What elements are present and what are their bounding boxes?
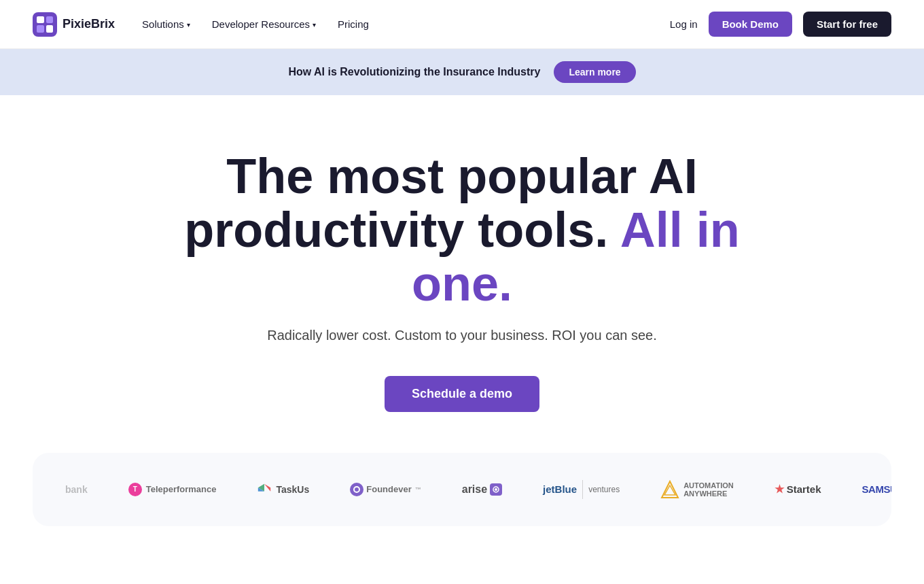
- learn-more-button[interactable]: Learn more: [554, 61, 635, 83]
- list-item: Foundever ™: [350, 483, 421, 496]
- chevron-down-icon: ▾: [187, 21, 190, 29]
- logo-dot-4: [46, 25, 54, 33]
- navbar: PixieBrix Solutions ▾ Developer Resource…: [0, 0, 924, 49]
- hero-title: The most popular AI productivity tools. …: [156, 150, 768, 311]
- svg-point-3: [354, 487, 359, 492]
- list-item: TaskUs: [257, 482, 309, 497]
- list-item: T Teleperformance: [128, 483, 217, 496]
- logo-text: PixieBrix: [63, 17, 115, 31]
- list-item: bank: [65, 484, 88, 495]
- logo-dot-2: [46, 16, 54, 24]
- nav-pricing[interactable]: Pricing: [338, 18, 369, 30]
- startek-label: Startek: [787, 483, 821, 495]
- svg-point-5: [495, 488, 497, 491]
- book-demo-button[interactable]: Book Demo: [709, 12, 792, 37]
- logos-track: bank T Teleperformance TaskUs: [65, 480, 859, 499]
- chevron-down-icon-2: ▾: [313, 21, 316, 29]
- automation-anywhere-label: AUTOMATIONANYWHERE: [683, 481, 734, 498]
- taskus-label: TaskUs: [276, 484, 309, 495]
- logo-dot-3: [37, 25, 44, 33]
- foundever-label: Foundever: [366, 484, 411, 494]
- foundever-icon: [350, 483, 363, 496]
- list-item: arise: [462, 483, 502, 496]
- list-item: ★ Startek: [775, 483, 821, 496]
- list-item: AUTOMATIONANYWHERE: [660, 480, 734, 499]
- login-button[interactable]: Log in: [670, 18, 698, 30]
- startek-star-icon: ★: [775, 483, 784, 496]
- arise-label: arise: [462, 483, 487, 496]
- nav-left: PixieBrix Solutions ▾ Developer Resource…: [33, 12, 369, 37]
- list-item: jetBlue ventures: [543, 480, 620, 499]
- start-free-button[interactable]: Start for free: [803, 12, 891, 37]
- jetblue-ventures-label: ventures: [588, 485, 620, 494]
- samsung-label: SAMSUNG: [862, 483, 891, 495]
- nav-right: Log in Book Demo Start for free: [670, 12, 891, 37]
- svg-marker-0: [264, 483, 270, 491]
- nav-developer-resources[interactable]: Developer Resources ▾: [212, 18, 316, 30]
- announcement-banner: How AI is Revolutionizing the Insurance …: [0, 49, 924, 95]
- logo[interactable]: PixieBrix: [33, 12, 115, 37]
- logo-dot-1: [37, 16, 44, 24]
- nav-solutions[interactable]: Solutions ▾: [142, 18, 190, 30]
- taskus-icon: [257, 482, 272, 497]
- logo-icon: [33, 12, 57, 37]
- arise-icon: [490, 483, 502, 496]
- jetblue-label: jetBlue: [543, 483, 577, 495]
- hero-section: The most popular AI productivity tools. …: [0, 95, 924, 453]
- logos-section: bank T Teleperformance TaskUs: [33, 453, 891, 526]
- schedule-demo-button[interactable]: Schedule a demo: [385, 376, 539, 412]
- teleperformance-icon: T: [128, 483, 142, 496]
- teleperformance-label: Teleperformance: [146, 484, 217, 494]
- banner-text: How AI is Revolutionizing the Insurance …: [288, 66, 540, 78]
- list-item: SAMSUNG: [862, 483, 891, 495]
- hero-subtitle: Radically lower cost. Custom to your bus…: [267, 328, 657, 343]
- nav-links: Solutions ▾ Developer Resources ▾ Pricin…: [142, 18, 369, 30]
- automation-anywhere-icon: [660, 480, 679, 499]
